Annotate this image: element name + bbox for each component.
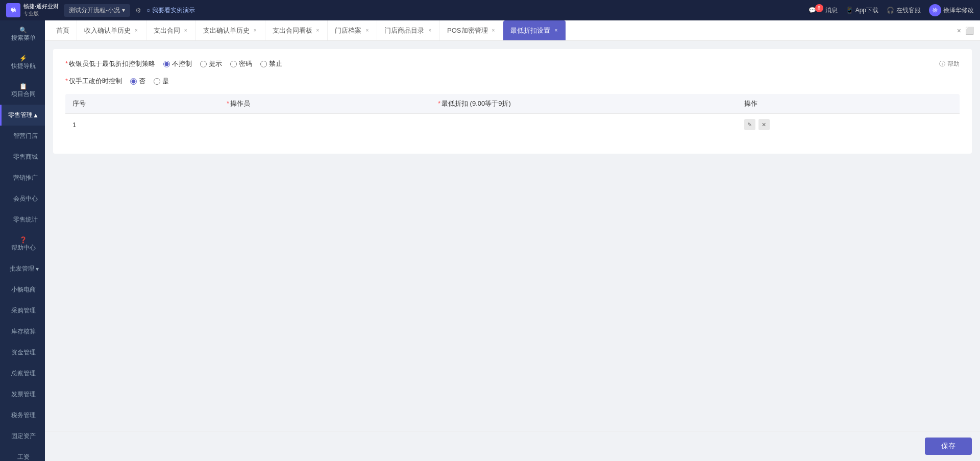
cell-min-discount [431, 114, 737, 136]
radio-password-input[interactable] [230, 61, 237, 67]
sidebar-item-member[interactable]: 会员中心 [0, 188, 45, 209]
cell-operator [219, 114, 431, 136]
demo-link-text: 我要看实例演示 [152, 6, 195, 15]
tab-close-icon[interactable]: × [134, 27, 139, 34]
sidebar-item-label: 项目合同 [11, 90, 36, 99]
sidebar-item-retail[interactable]: 零售管理 ▲ [0, 105, 45, 126]
delete-row-button[interactable]: ✕ [758, 119, 770, 130]
radio-remind[interactable]: 提示 [200, 59, 222, 68]
tab-label: 门店档案 [335, 26, 361, 35]
online-service-btn[interactable]: 🎧 在线客服 [887, 6, 921, 15]
sidebar-item-label: 快捷导航 [11, 62, 36, 70]
radio-remind-label: 提示 [209, 59, 222, 68]
tab-home[interactable]: 首页 [49, 20, 77, 41]
main-layout: 🔍 搜索菜单 ⚡ 快捷导航 📋 项目合同 零售管理 ▲ 智营门店 零售商城 营销… [0, 20, 980, 461]
tab-maximize-icon[interactable]: ⬜ [965, 27, 974, 35]
tab-income-history[interactable]: 收入确认单历史 × [77, 20, 146, 41]
top-bar: 畅 畅捷·通好业财 专业版 测试分开流程-小况 ▾ ⚙ ○ 我要看实例演示 💬 … [0, 0, 980, 20]
col-operator-label: 操作员 [227, 100, 250, 107]
sidebar-item-tax[interactable]: 税务管理 [0, 405, 45, 426]
tab-label: 首页 [56, 26, 69, 35]
sidebar-item-wholesale[interactable]: 批发管理 ▾ [0, 258, 45, 279]
radio-no[interactable]: 否 [130, 77, 145, 86]
cell-action: ✎ ✕ [737, 114, 960, 136]
radio-yes-input[interactable] [154, 78, 160, 85]
gear-icon[interactable]: ⚙ [135, 7, 141, 14]
tab-min-discount[interactable]: 最低折扣设置 × [503, 20, 566, 41]
tab-label: POS加密管理 [447, 26, 487, 35]
sidebar-item-help[interactable]: ❓ 帮助中心 [0, 230, 45, 258]
user-btn[interactable]: 徐 徐泽华修改 [929, 4, 974, 16]
manual-price-radio-group: 否 是 [130, 77, 169, 86]
tab-pos-password[interactable]: POS加密管理 × [440, 20, 503, 41]
col-min-discount-label: 最低折扣 (9.00等于9折) [438, 100, 511, 107]
tab-close-icon[interactable]: × [253, 27, 258, 34]
radio-password[interactable]: 密码 [230, 59, 252, 68]
sidebar-item-invoice[interactable]: 发票管理 [0, 384, 45, 405]
tab-close-icon[interactable]: × [491, 27, 496, 34]
tab-close-icon[interactable]: × [364, 27, 370, 34]
tab-store-profile[interactable]: 门店档案 × [328, 20, 377, 41]
radio-no-control-input[interactable] [163, 61, 170, 67]
tab-close-icon[interactable]: × [183, 27, 188, 34]
sidebar-item-retail-stat[interactable]: 零售统计 [0, 209, 45, 230]
sidebar: 🔍 搜索菜单 ⚡ 快捷导航 📋 项目合同 零售管理 ▲ 智营门店 零售商城 营销… [0, 20, 45, 461]
chevron-down-icon: ▾ [122, 7, 125, 14]
table-row: 1 ✎ ✕ [65, 114, 960, 136]
app-download-btn[interactable]: 📱 App下载 [846, 6, 878, 15]
tab-label: 支出确认单历史 [203, 26, 250, 35]
search-icon: 🔍 [19, 27, 27, 34]
sidebar-item-search[interactable]: 🔍 搜索菜单 [0, 20, 45, 48]
sidebar-item-retail-mall[interactable]: 零售商城 [0, 147, 45, 167]
sidebar-item-shortcut[interactable]: ⚡ 快捷导航 [0, 48, 45, 77]
project-selector[interactable]: 测试分开流程-小况 ▾ [64, 4, 130, 17]
tab-payment-contract-board[interactable]: 支出合同看板 × [265, 20, 328, 41]
col-min-discount: 最低折扣 (9.00等于9折) [431, 94, 737, 114]
radio-yes[interactable]: 是 [154, 77, 169, 86]
tab-bar: 首页 收入确认单历史 × 支出合同 × 支出确认单历史 × 支出合同看板 × 门… [45, 20, 980, 41]
tab-label: 支出合同 [154, 26, 180, 35]
tab-close-icon[interactable]: × [553, 27, 558, 34]
edit-row-button[interactable]: ✎ [744, 119, 755, 130]
messages-badge: 8 [815, 4, 823, 12]
sidebar-item-capital[interactable]: 资金管理 [0, 342, 45, 363]
help-button[interactable]: ⓘ 帮助 [939, 60, 960, 68]
tab-store-products[interactable]: 门店商品目录 × [377, 20, 440, 41]
sidebar-item-inventory[interactable]: 库存核算 [0, 321, 45, 342]
radio-no-input[interactable] [130, 78, 137, 85]
tab-label: 收入确认单历史 [84, 26, 131, 35]
radio-forbid-input[interactable] [260, 61, 267, 67]
sidebar-item-label: 发票管理 [11, 390, 36, 399]
sidebar-item-project[interactable]: 📋 项目合同 [0, 77, 45, 105]
demo-link[interactable]: ○ 我要看实例演示 [146, 6, 195, 15]
tab-payment-confirm-history[interactable]: 支出确认单历史 × [196, 20, 265, 41]
sidebar-item-smart-store[interactable]: 智营门店 [0, 126, 45, 147]
sidebar-item-label: 营销推广 [13, 174, 38, 182]
messages-btn[interactable]: 💬 8 消息 [808, 6, 838, 15]
tab-close-icon[interactable]: × [315, 27, 321, 34]
tab-payment-contract[interactable]: 支出合同 × [146, 20, 196, 41]
service-icon: 🎧 [887, 7, 894, 14]
manual-price-row: 仅手工改价时控制 否 是 [65, 77, 960, 86]
sidebar-item-marketing[interactable]: 营销推广 [0, 167, 45, 188]
policy-label: 收银员低于最低折扣控制策略 [65, 59, 155, 68]
radio-yes-label: 是 [162, 77, 169, 86]
sidebar-item-salary[interactable]: 工资 [0, 447, 45, 461]
sidebar-item-purchase[interactable]: 采购管理 [0, 300, 45, 321]
help-icon: ❓ [19, 236, 27, 244]
tab-close-icon[interactable]: × [427, 27, 432, 34]
radio-remind-input[interactable] [200, 61, 207, 67]
save-button[interactable]: 保存 [925, 438, 972, 455]
tab-close-all-icon[interactable]: × [957, 27, 961, 35]
action-buttons: ✎ ✕ [744, 119, 952, 130]
radio-forbid[interactable]: 禁止 [260, 59, 282, 68]
radio-no-control[interactable]: 不控制 [163, 59, 192, 68]
circle-icon: ○ [146, 7, 150, 14]
project-icon: 📋 [19, 83, 27, 90]
manual-price-label: 仅手工改价时控制 [65, 77, 122, 86]
sidebar-item-fixed-assets[interactable]: 固定资产 [0, 426, 45, 447]
top-bar-right: 💬 8 消息 📱 App下载 🎧 在线客服 徐 徐泽华修改 [808, 4, 974, 16]
project-name: 测试分开流程-小况 [69, 6, 120, 15]
sidebar-item-ecommerce[interactable]: 小畅电商 [0, 279, 45, 300]
sidebar-item-accounting[interactable]: 总账管理 [0, 363, 45, 384]
